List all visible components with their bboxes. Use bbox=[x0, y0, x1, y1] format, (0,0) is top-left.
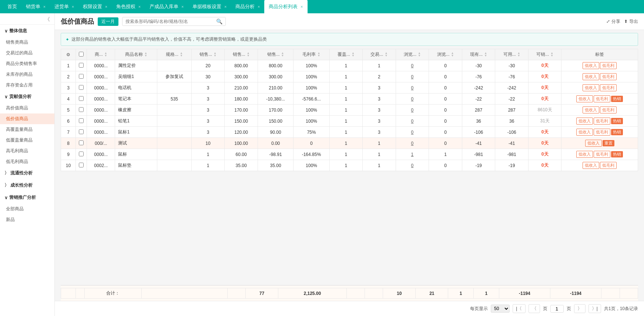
sidebar-item-new-products[interactable]: 新品 bbox=[0, 214, 54, 225]
row-browse1[interactable]: 0 bbox=[396, 94, 429, 105]
sort-icon[interactable]: ▲▼ bbox=[317, 52, 320, 57]
close-icon[interactable]: × bbox=[105, 4, 107, 9]
select-all-checkbox[interactable] bbox=[79, 52, 84, 57]
row-browse1[interactable]: 0 bbox=[396, 71, 429, 82]
sidebar-group-contribution-title[interactable]: ∨ 贡献值分析 bbox=[0, 91, 54, 103]
close-icon[interactable]: × bbox=[258, 4, 260, 9]
per-page-select[interactable]: 50 100 bbox=[491, 305, 510, 313]
search-icon[interactable]: 🔍 bbox=[216, 18, 222, 24]
browse-link[interactable]: 0 bbox=[411, 96, 414, 102]
sort-icon[interactable]: ▲▼ bbox=[550, 52, 553, 57]
row-checkbox[interactable] bbox=[79, 152, 84, 156]
nav-template-settings[interactable]: 单据模板设置 × bbox=[188, 0, 231, 13]
row-browse1[interactable]: 0 bbox=[396, 138, 429, 149]
time-filter-button[interactable]: 近一月 bbox=[98, 17, 118, 26]
col-browse2[interactable]: 浏览...▲▼ bbox=[429, 49, 462, 60]
close-icon[interactable]: × bbox=[301, 4, 303, 9]
row-checkbox-cell[interactable] bbox=[76, 127, 87, 138]
settings-col-header[interactable]: ⚙ bbox=[61, 49, 76, 60]
row-checkbox-cell[interactable] bbox=[76, 105, 87, 116]
browse-link[interactable]: 0 bbox=[411, 163, 414, 168]
nav-purchase-order[interactable]: 进货单 × bbox=[50, 0, 78, 13]
sidebar-item-low-coverage[interactable]: 低覆盖量商品 bbox=[0, 135, 54, 146]
browse-link[interactable]: 0 bbox=[411, 74, 414, 79]
row-browse1[interactable]: 0 bbox=[396, 60, 429, 71]
nav-product-storage[interactable]: 产成品入库单 × bbox=[145, 0, 188, 13]
row-checkbox-cell[interactable] bbox=[76, 149, 87, 160]
sort-icon[interactable]: ▲▼ bbox=[104, 52, 107, 57]
sort-icon[interactable]: ▲▼ bbox=[517, 52, 520, 57]
close-icon[interactable]: × bbox=[224, 4, 227, 9]
close-icon[interactable]: × bbox=[181, 4, 184, 9]
sidebar-item-no-stock[interactable]: 未库存的商品 bbox=[0, 69, 54, 80]
browse-link[interactable]: 0 bbox=[411, 130, 414, 135]
row-browse1[interactable]: 0 bbox=[396, 105, 429, 116]
col-current[interactable]: 现有...▲▼ bbox=[462, 49, 495, 60]
col-avail[interactable]: 可用...▲▼ bbox=[495, 49, 529, 60]
sort-icon[interactable]: ▲▼ bbox=[281, 52, 284, 57]
row-browse1[interactable]: 0 bbox=[396, 160, 429, 171]
checkbox-col-header[interactable] bbox=[76, 49, 87, 60]
row-browse1[interactable]: 0 bbox=[396, 116, 429, 127]
row-checkbox[interactable] bbox=[79, 74, 84, 79]
col-gross-rate[interactable]: 毛利率▲▼ bbox=[294, 49, 329, 60]
last-page-button[interactable]: 〉| bbox=[588, 304, 601, 313]
row-checkbox-cell[interactable] bbox=[76, 138, 87, 149]
row-checkbox-cell[interactable] bbox=[76, 82, 87, 94]
row-browse1[interactable]: 1 bbox=[396, 149, 429, 160]
col-code[interactable]: 商...▲▼ bbox=[87, 49, 115, 60]
sidebar-item-stock-capital[interactable]: 库存资金占用 bbox=[0, 80, 54, 91]
row-checkbox[interactable] bbox=[79, 118, 84, 123]
row-checkbox[interactable] bbox=[79, 85, 84, 90]
row-checkbox[interactable] bbox=[79, 96, 84, 101]
col-sale-qty[interactable]: 销售...▲▼ bbox=[191, 49, 225, 60]
sort-icon[interactable]: ▲▼ bbox=[144, 52, 147, 57]
row-browse1[interactable]: 0 bbox=[396, 82, 429, 94]
row-browse1[interactable]: 0 bbox=[396, 127, 429, 138]
row-checkbox-cell[interactable] bbox=[76, 94, 87, 105]
browse-link[interactable]: 0 bbox=[411, 63, 414, 68]
col-name[interactable]: 商品名称▲▼ bbox=[115, 49, 157, 60]
sidebar-item-low-value[interactable]: 低价值商品 bbox=[0, 113, 54, 124]
close-icon[interactable]: × bbox=[72, 4, 74, 9]
close-icon[interactable]: × bbox=[138, 4, 141, 9]
browse-link[interactable]: 0 bbox=[411, 119, 414, 124]
row-checkbox-cell[interactable] bbox=[76, 116, 87, 127]
sidebar-collapse-button[interactable]: 《 bbox=[43, 16, 51, 23]
browse-link[interactable]: 0 bbox=[411, 108, 414, 113]
sidebar-item-category-sales-rate[interactable]: 商品分类销售率 bbox=[0, 58, 54, 69]
col-sale-profit[interactable]: 销售...▲▼ bbox=[258, 49, 293, 60]
sidebar-item-high-coverage[interactable]: 高覆盖量商品 bbox=[0, 124, 54, 135]
export-button[interactable]: ⬆ 导出 bbox=[624, 18, 638, 25]
next-page-button[interactable]: 〉 bbox=[574, 304, 586, 313]
sidebar-item-low-margin[interactable]: 低毛利商品 bbox=[0, 156, 54, 167]
browse-link[interactable]: 0 bbox=[411, 141, 414, 146]
sidebar-group-circulation-title[interactable]: 〉 流通性分析 bbox=[0, 167, 54, 179]
sort-icon[interactable]: ▲▼ bbox=[484, 52, 487, 57]
row-checkbox[interactable] bbox=[79, 140, 84, 145]
sort-icon[interactable]: ▲▼ bbox=[451, 52, 454, 57]
row-checkbox[interactable] bbox=[79, 129, 84, 134]
col-trade[interactable]: 交易...▲▼ bbox=[363, 49, 396, 60]
col-spec[interactable]: 规格...▲▼ bbox=[157, 49, 192, 60]
nav-sales-order[interactable]: 销货单 × bbox=[21, 0, 50, 13]
row-checkbox-cell[interactable] bbox=[76, 160, 87, 171]
col-browse1[interactable]: 浏览...▲▼ bbox=[396, 49, 429, 60]
nav-permissions[interactable]: 权限设置 × bbox=[78, 0, 112, 13]
col-sellable[interactable]: 可销...▲▼ bbox=[528, 49, 561, 60]
page-number-input[interactable] bbox=[550, 305, 564, 313]
prev-page-button[interactable]: 〈 bbox=[529, 304, 540, 313]
search-input[interactable] bbox=[125, 19, 216, 24]
nav-role-auth[interactable]: 角色授权 × bbox=[112, 0, 145, 13]
sort-icon[interactable]: ▲▼ bbox=[385, 52, 388, 57]
sidebar-item-traded-products[interactable]: 交易过的商品 bbox=[0, 48, 54, 58]
col-coverage[interactable]: 覆盖...▲▼ bbox=[329, 49, 363, 60]
nav-home[interactable]: 首页 bbox=[3, 0, 21, 13]
settings-icon[interactable]: ⚙ bbox=[66, 52, 70, 57]
sidebar-item-high-value[interactable]: 高价值商品 bbox=[0, 103, 54, 113]
share-button[interactable]: ⤢ 分享 bbox=[606, 18, 620, 25]
row-checkbox-cell[interactable] bbox=[76, 60, 87, 71]
row-checkbox[interactable] bbox=[79, 63, 84, 68]
row-checkbox[interactable] bbox=[79, 163, 84, 167]
sort-icon[interactable]: ▲▼ bbox=[418, 52, 421, 57]
